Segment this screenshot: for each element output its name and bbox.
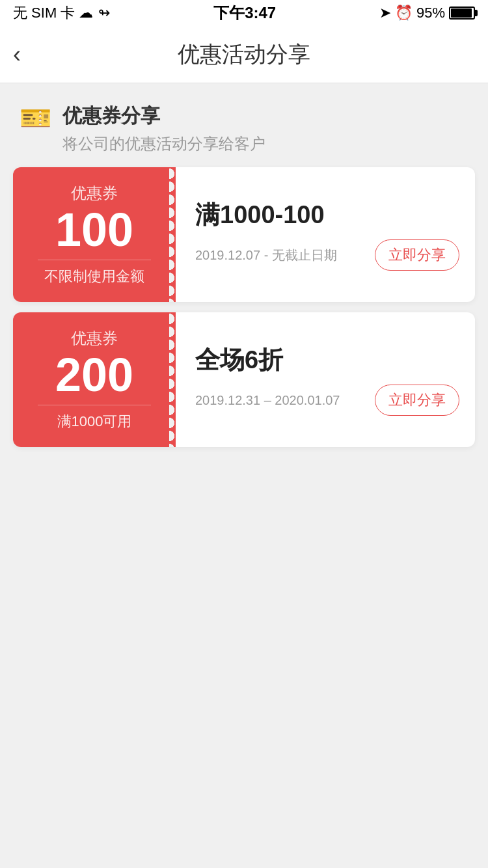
share-button[interactable]: 立即分享 — [375, 385, 459, 416]
wifi-icon: ↬ — [98, 5, 110, 21]
coupon-amount: 200 — [55, 351, 133, 398]
location-icon: ➤ — [379, 5, 391, 21]
coupon-left: 优惠券 100 不限制使用金额 — [13, 167, 176, 302]
status-left: 无 SIM 卡 ☁ ↬ — [13, 3, 110, 23]
coupon-card: 优惠券 100 不限制使用金额 满1000-100 2019.12.07 - 无… — [13, 167, 475, 302]
battery-icon — [449, 7, 475, 20]
coupon-label: 优惠券 — [71, 328, 118, 349]
coupon-card: 优惠券 200 满1000可用 全场6折 2019.12.31 – 2020.0… — [13, 312, 475, 447]
coupon-name: 全场6折 — [195, 344, 459, 377]
coupon-condition: 不限制使用金额 — [44, 267, 144, 286]
page-title: 优惠活动分享 — [178, 40, 310, 70]
nav-bar: ‹ 优惠活动分享 — [0, 26, 488, 83]
coupon-right: 全场6折 2019.12.31 – 2020.01.07 立即分享 — [176, 312, 475, 447]
coupon-date: 2019.12.31 – 2020.01.07 — [195, 393, 340, 408]
coupon-left: 优惠券 200 满1000可用 — [13, 312, 176, 447]
status-time: 下午3:47 — [213, 3, 276, 23]
section-subtitle: 将公司的优惠活动分享给客户 — [62, 133, 265, 154]
coupon-divider — [38, 405, 151, 405]
section-title: 优惠券分享 — [62, 103, 265, 129]
coupon-meta: 2019.12.31 – 2020.01.07 立即分享 — [195, 385, 459, 416]
coupon-right: 满1000-100 2019.12.07 - 无截止日期 立即分享 — [176, 167, 475, 302]
coupon-divider — [38, 260, 151, 260]
coupon-label: 优惠券 — [71, 183, 118, 204]
coupon-amount: 100 — [55, 206, 133, 253]
coupon-name: 满1000-100 — [195, 198, 459, 232]
status-right: ➤ ⏰ 95% — [379, 5, 475, 21]
status-bar: 无 SIM 卡 ☁ ↬ 下午3:47 ➤ ⏰ 95% — [0, 0, 488, 26]
section-text-block: 优惠券分享 将公司的优惠活动分享给客户 — [62, 103, 265, 154]
coupon-list: 优惠券 100 不限制使用金额 满1000-100 2019.12.07 - 无… — [0, 167, 488, 467]
coupon-date: 2019.12.07 - 无截止日期 — [195, 247, 337, 264]
coupon-condition: 满1000可用 — [57, 412, 132, 431]
alarm-icon: ⏰ — [395, 5, 413, 21]
share-button[interactable]: 立即分享 — [375, 239, 459, 271]
sim-text: 无 SIM 卡 ☁ — [13, 3, 93, 23]
battery-percent: 95% — [416, 5, 445, 21]
section-icon: 🎫 — [20, 103, 52, 133]
section-header: 🎫 优惠券分享 将公司的优惠活动分享给客户 — [0, 83, 488, 167]
empty-area — [0, 467, 488, 727]
back-button[interactable]: ‹ — [13, 41, 21, 68]
coupon-meta: 2019.12.07 - 无截止日期 立即分享 — [195, 239, 459, 271]
